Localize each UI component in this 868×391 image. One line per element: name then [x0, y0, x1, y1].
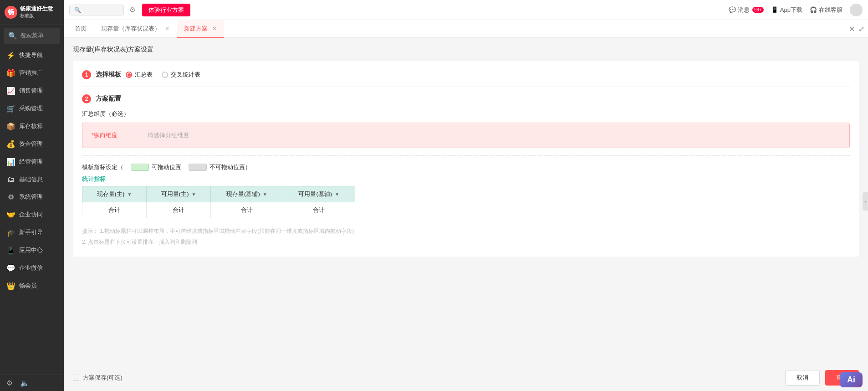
save-checkbox[interactable]: 方案保存(可选) — [73, 374, 123, 382]
sidebar-item-label: 应用中心 — [19, 246, 43, 254]
sidebar-item-purchase[interactable]: 🛒 采购管理 — [0, 100, 64, 118]
message-label: 消息 — [738, 6, 750, 14]
shortcut-icon: ⚡ — [6, 51, 15, 60]
logo-icon: 畅 — [5, 6, 17, 19]
download-icon: 📱 — [771, 6, 778, 13]
stats-label: 统计指标 — [82, 175, 850, 183]
radio-cross[interactable]: 交叉统计表 — [162, 71, 200, 79]
th-available-aux[interactable]: 可用量(基辅) ▼ — [283, 186, 355, 202]
chevron-down-icon: ▼ — [263, 192, 267, 197]
dimension-placeholder: 请选择分组维度 — [148, 131, 189, 139]
chevron-down-icon: ▼ — [191, 192, 196, 197]
save-label: 方案保存(可选) — [83, 374, 123, 382]
cancel-button[interactable]: 取消 — [785, 370, 820, 386]
sidebar-item-label: 企业微信 — [19, 264, 43, 272]
th-current-aux[interactable]: 现存量(基辅) ▼ — [211, 186, 283, 202]
vertical-label: *纵向维度 — [92, 131, 117, 139]
tab-inventory[interactable]: 现存量（库存状况表） ✕ — [94, 20, 177, 38]
chat-icon: 💬 — [6, 264, 15, 273]
sidebar-item-sales[interactable]: 📈 销售管理 — [0, 82, 64, 100]
sidebar-item-finance[interactable]: 💰 资金管理 — [0, 135, 64, 153]
dimension-title: 汇总维度（必选） — [82, 110, 850, 118]
search-icon: 🔍 — [74, 7, 81, 13]
sidebar-item-basic[interactable]: 🗂 基础信息 — [0, 171, 64, 188]
app-logo: 畅 畅康通好生意 标准版 — [0, 0, 64, 25]
search-icon: 🔍 — [8, 31, 17, 40]
sidebar-item-appstore[interactable]: 📱 应用中心 — [0, 242, 64, 259]
step2-title: 方案配置 — [96, 95, 121, 103]
gear-icon: ⚙ — [6, 193, 15, 201]
ai-badge[interactable]: Ai — [840, 372, 863, 387]
sidebar-item-inventory[interactable]: 📦 库存核算 — [0, 118, 64, 135]
handshake-icon: 🤝 — [6, 211, 15, 219]
gear-icon[interactable]: ⚙ — [129, 5, 136, 14]
sidebar-item-wechat[interactable]: 💬 企业微信 — [0, 259, 64, 277]
tab-home-label: 首页 — [75, 25, 87, 33]
table-row: 合计 合计 合计 合计 — [82, 202, 355, 218]
indicator-label: 模板指标设定（ — [82, 163, 123, 171]
tabs-bar: 首页 现存量（库存状况表） ✕ 新建方案 ✕ ✕ ⤢ — [64, 20, 868, 38]
close-btn[interactable]: ✕ — [849, 25, 855, 33]
side-expand-btn[interactable]: › — [863, 192, 868, 211]
sidebar-search[interactable]: 🔍 搜索菜单 — [4, 28, 60, 44]
sidebar: 畅 畅康通好生意 标准版 🔍 搜索菜单 ⚡ 快捷导航 🎁 营销推广 📈 销售管理… — [0, 0, 64, 391]
th-current-main[interactable]: 现存量(主) ▼ — [82, 186, 147, 202]
settings-panel: 1 选择模板 汇总表 交叉统计表 — [73, 61, 859, 257]
topbar-search[interactable]: 🔍 — [69, 5, 124, 15]
sidebar-search-label: 搜索菜单 — [20, 31, 44, 40]
online-service-btn[interactable]: 🎧 在线客服 — [810, 6, 842, 14]
sidebar-item-label: 畅会员 — [19, 282, 37, 290]
sidebar-item-shortcut[interactable]: ⚡ 快捷导航 — [0, 46, 64, 64]
crown-icon: 👑 — [6, 282, 15, 290]
sidebar-item-label: 企业协同 — [19, 211, 43, 219]
bar-chart-icon: 📊 — [6, 158, 15, 166]
radio-summary-circle — [126, 72, 132, 78]
volume-icon[interactable]: 🔈 — [20, 379, 29, 387]
sidebar-item-operation[interactable]: 📊 经营管理 — [0, 153, 64, 171]
trial-btn[interactable]: 体验行业方案 — [142, 4, 190, 16]
folder-icon: 🗂 — [6, 175, 15, 184]
topbar: 🔍 ⚙ 体验行业方案 💬 消息 99+ 📱 App下载 🎧 在线客服 — [64, 0, 868, 20]
sidebar-item-company[interactable]: 🤝 企业协同 — [0, 206, 64, 224]
th-available-main[interactable]: 可用量(主) ▼ — [147, 186, 211, 202]
app-edition: 标准版 — [20, 13, 53, 19]
divider2 — [82, 155, 850, 156]
main-area: 🔍 ⚙ 体验行业方案 💬 消息 99+ 📱 App下载 🎧 在线客服 首页 — [64, 0, 868, 391]
avatar[interactable] — [850, 4, 863, 16]
message-btn[interactable]: 💬 消息 99+ — [729, 6, 764, 14]
graduation-icon: 🎓 — [6, 228, 15, 237]
dimension-dash: —— — [127, 132, 138, 139]
mobile-icon: 📱 — [6, 246, 15, 255]
sidebar-item-system[interactable]: ⚙ 系统管理 — [0, 188, 64, 206]
checkbox-icon — [73, 375, 79, 381]
sidebar-item-label: 库存核算 — [19, 122, 43, 130]
nodrag-box — [189, 164, 207, 171]
sidebar-item-label: 经营管理 — [19, 158, 43, 166]
expand-btn[interactable]: ⤢ — [858, 25, 864, 33]
tab-inventory-close[interactable]: ✕ — [165, 26, 169, 32]
bottom-footer: 方案保存(可选) 取消 查询 — [64, 365, 868, 391]
sidebar-item-newbie[interactable]: 🎓 新手引导 — [0, 224, 64, 242]
sidebar-item-marketing[interactable]: 🎁 营销推广 — [0, 64, 64, 82]
stats-table: 现存量(主) ▼ 可用量(主) ▼ — [82, 186, 355, 218]
sidebar-item-label: 采购管理 — [19, 104, 43, 113]
td-available-aux: 合计 — [283, 202, 355, 218]
tab-home[interactable]: 首页 — [67, 20, 94, 38]
app-download-btn[interactable]: 📱 App下载 — [771, 6, 802, 14]
radio-cross-circle — [162, 72, 168, 78]
sidebar-item-member[interactable]: 👑 畅会员 — [0, 277, 64, 295]
cart-icon: 🛒 — [6, 104, 15, 113]
online-service-label: 在线客服 — [819, 6, 842, 14]
message-badge: 99+ — [752, 7, 764, 13]
dimension-area[interactable]: *纵向维度 —— 请选择分组维度 — [82, 123, 850, 148]
tab-new-close[interactable]: ✕ — [212, 26, 217, 32]
settings-icon[interactable]: ⚙ — [6, 379, 13, 387]
sidebar-bottom: ⚙ 🔈 — [0, 375, 64, 391]
sidebar-item-label: 销售管理 — [19, 87, 43, 95]
topbar-right: 💬 消息 99+ 📱 App下载 🎧 在线客服 — [729, 4, 863, 16]
radio-summary[interactable]: 汇总表 — [126, 71, 153, 79]
tab-new[interactable]: 新建方案 ✕ — [177, 20, 224, 38]
tab-new-label: 新建方案 — [184, 25, 208, 33]
app-download-label: App下载 — [780, 6, 802, 14]
radio-summary-label: 汇总表 — [135, 71, 153, 79]
